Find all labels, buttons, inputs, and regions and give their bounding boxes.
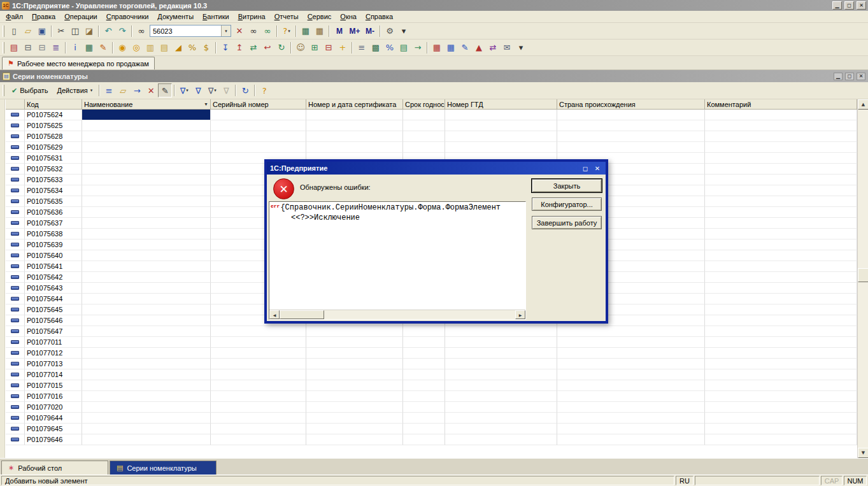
error-dialog-titlebar[interactable]: 1С:Предприятие ◻ ✕ [267, 162, 606, 175]
open-file-icon[interactable]: ▱ [21, 24, 35, 38]
revaluation-icon[interactable]: ↻ [274, 41, 288, 55]
table-row[interactable]: P01075629 [6, 142, 857, 153]
minimize-button[interactable]: ▁ [832, 1, 842, 10]
table-row[interactable]: P01079644 [6, 413, 857, 424]
column-header-icon[interactable] [6, 99, 25, 110]
return-document-icon[interactable]: ↩ [260, 41, 274, 55]
dialog-close-button[interactable]: ✕ [592, 164, 602, 173]
toolbar2-options-icon[interactable]: ▾ [514, 41, 528, 55]
code-search-combo[interactable]: 56023▼ [150, 25, 231, 37]
hierarchy-list-icon[interactable]: ≡ [102, 83, 116, 97]
scroll-left-icon[interactable]: ◀ [269, 310, 280, 319]
menu-windows[interactable]: Окна [336, 11, 361, 22]
toolbar-grip[interactable] [3, 42, 4, 54]
cash-register-icon[interactable]: ▤ [157, 41, 171, 55]
table-row[interactable]: P01077020 [6, 402, 857, 413]
transfer-document-icon[interactable]: ⇄ [246, 41, 260, 55]
table-row[interactable]: P01075624 [6, 110, 857, 120]
table-row[interactable]: P01077015 [6, 380, 857, 391]
cart-red-icon[interactable]: ▦ [430, 41, 444, 55]
close-button[interactable]: ✕ [857, 1, 866, 10]
select-button[interactable]: ✔ Выбрать [7, 83, 53, 97]
warehouse-in-icon[interactable]: ⊞ [308, 41, 322, 55]
new-document-icon[interactable]: ▯ [7, 24, 21, 38]
menu-help[interactable]: Справка [361, 11, 397, 22]
vscroll-thumb[interactable] [858, 268, 868, 282]
scroll-right-icon[interactable]: ▶ [515, 310, 525, 319]
menu-edit[interactable]: Правка [27, 11, 60, 22]
filter-history-icon[interactable]: ∇▾ [205, 83, 219, 97]
memory-Mplus-button[interactable]: M+ [347, 24, 362, 38]
reports-stack-icon[interactable]: ▤ [7, 41, 21, 55]
copy-icon[interactable]: ◫ [68, 24, 82, 38]
table-row[interactable]: P01077011 [6, 337, 857, 348]
percent-icon[interactable]: % [383, 41, 397, 55]
shutdown-button[interactable]: Завершить работу [532, 216, 602, 229]
child-restore-button[interactable]: ◻ [845, 73, 854, 80]
toolbar-options-icon[interactable]: ▾ [397, 24, 411, 38]
undo-icon[interactable]: ↶ [101, 24, 115, 38]
table-document-icon[interactable]: ▦ [82, 41, 96, 55]
cut-icon[interactable]: ✂ [54, 24, 68, 38]
clear-combo-icon[interactable]: ✕ [232, 24, 246, 38]
notebook-icon[interactable]: ▤ [397, 41, 411, 55]
dialog-maximize-button[interactable]: ◻ [580, 164, 590, 173]
menu-reports[interactable]: Отчеты [270, 11, 303, 22]
maximize-button[interactable]: ◻ [844, 1, 854, 10]
mail-icon[interactable]: ✉ [500, 41, 514, 55]
toolbar-grip[interactable] [3, 25, 4, 37]
list-window-titlebar[interactable]: ▤ Серии номенклатуры ▁ ◻ ✕ [0, 70, 868, 82]
list-edit-toggle-icon[interactable]: ✎ [158, 83, 172, 97]
column-header-1[interactable]: Код [25, 99, 82, 110]
hscroll-track[interactable] [280, 310, 515, 319]
filter-by-value-icon[interactable]: ∇ [191, 83, 205, 97]
column-header-4[interactable]: Номер и дата сертификата [306, 99, 403, 110]
column-header-2[interactable]: Наименование▼ [82, 99, 211, 110]
paste-icon[interactable]: ◪ [82, 24, 96, 38]
menu-documents[interactable]: Документы [153, 11, 198, 22]
find-next-icon[interactable]: ∞ [260, 24, 274, 38]
language-indicator[interactable]: RU [676, 476, 694, 485]
edit-document-icon[interactable]: ✎ [96, 41, 110, 55]
menu-vitrina[interactable]: Витрина [234, 11, 270, 22]
save-icon[interactable]: ▣ [35, 24, 49, 38]
column-header-8[interactable]: Комментарий [705, 99, 857, 110]
print-icon[interactable]: ⊟ [21, 41, 35, 55]
help-icon[interactable]: ?▾ [280, 24, 294, 38]
menu-service[interactable]: Сервис [303, 11, 336, 22]
menu-operations[interactable]: Операции [60, 11, 101, 22]
services-icon[interactable]: ◉ [115, 41, 129, 55]
outgoing-document-icon[interactable]: ↥ [232, 41, 246, 55]
move-item-icon[interactable]: → [130, 83, 144, 97]
child-minimize-button[interactable]: ▁ [834, 73, 843, 80]
delete-mark-icon[interactable]: ✕ [144, 83, 158, 97]
scroll-up-icon[interactable]: ▲ [858, 99, 868, 110]
table-row[interactable]: P01075625 [6, 120, 857, 131]
exchange-icon[interactable]: ⇄ [486, 41, 500, 55]
table-row[interactable]: P01079646 [6, 434, 857, 445]
discounts-icon[interactable]: % [185, 41, 199, 55]
currency-icon[interactable]: $ [199, 41, 213, 55]
tools-icon[interactable]: ⚙ [383, 24, 397, 38]
error-panel-hscrollbar[interactable]: ◀ ▶ [269, 310, 525, 319]
table-row[interactable]: P01077014 [6, 369, 857, 380]
menu-file[interactable]: Файл [1, 11, 27, 22]
table-row[interactable]: P01077013 [6, 359, 857, 369]
redo-icon[interactable]: ↷ [115, 24, 129, 38]
memory-Mminus-button[interactable]: M- [362, 24, 378, 38]
find-by-value-icon[interactable]: ∞ [246, 24, 260, 38]
close-period-icon[interactable]: ▩ [369, 41, 383, 55]
money-icon[interactable]: ▥ [143, 41, 157, 55]
spreadsheet-icon[interactable]: ▦ [299, 24, 313, 38]
sales-manager-workplace-tab[interactable]: ⚑ Рабочее место менеджера по продажам [2, 57, 155, 69]
filter-sort-icon[interactable]: ∇▾ [177, 83, 191, 97]
error-text-panel[interactable]: err{Справочник.СерииНоменклатуры.Форма.Ф… [269, 201, 526, 320]
menu-bantiki[interactable]: Бантики [198, 11, 234, 22]
toolbar-grip[interactable] [3, 85, 4, 96]
configurator-button[interactable]: Конфигуратор... [532, 197, 602, 211]
table-row[interactable]: P01077016 [6, 391, 857, 402]
table-row[interactable]: P01075628 [6, 131, 857, 142]
scroll-down-icon[interactable]: ▼ [858, 448, 868, 458]
column-header-3[interactable]: Серийный номер [211, 99, 306, 110]
new-group-icon[interactable]: ▱ [116, 83, 130, 97]
